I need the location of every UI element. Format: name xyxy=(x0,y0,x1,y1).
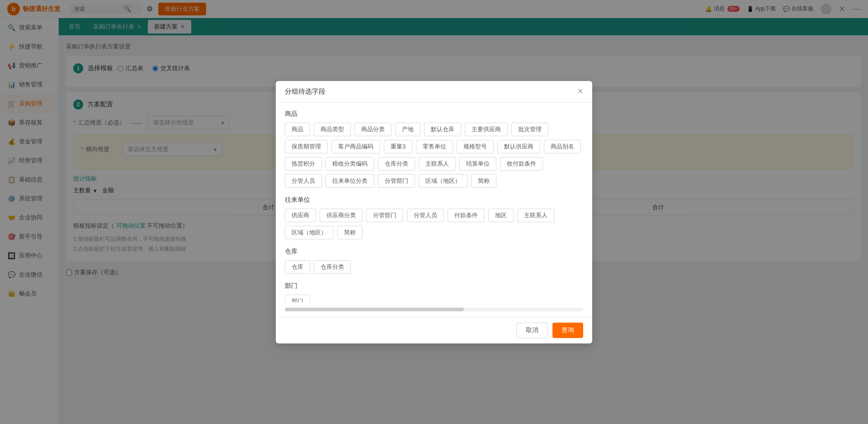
field-tag-payment-terms[interactable]: 收付款条件 xyxy=(500,157,543,171)
field-tag-picking-points[interactable]: 拣货积分 xyxy=(285,157,322,171)
field-tag-origin[interactable]: 产地 xyxy=(395,123,420,136)
field-tag-partner-person[interactable]: 分管人员 xyxy=(407,209,444,222)
section-warehouse: 仓库 仓库 仓库分类 xyxy=(285,248,583,274)
field-tag-short-name[interactable]: 简称 xyxy=(471,174,496,188)
dept-fields: 部门 xyxy=(285,295,583,302)
section-dept: 部门 部门 xyxy=(285,282,583,302)
section-goods: 商品 商品 商品类型 商品分类 产地 默认仓库 主要供应商 批次管理 保质期管理… xyxy=(285,110,583,188)
horizontal-scroll-thumb[interactable] xyxy=(285,308,464,311)
field-tag-area[interactable]: 地区 xyxy=(488,209,514,222)
field-tag-spec-model[interactable]: 规格型号 xyxy=(457,140,494,153)
field-tag-region2[interactable]: 区域（地区） xyxy=(285,226,334,239)
horizontal-scrollbar-area xyxy=(276,302,592,317)
field-tag-charge-dept[interactable]: 分管部门 xyxy=(378,174,415,188)
modal-footer: 取消 查询 xyxy=(276,317,592,343)
partner-fields: 供应商 供应商分类 分管部门 分管人员 付款条件 地区 主联系人 区域（地区） … xyxy=(285,209,583,239)
field-tag-charge-person[interactable]: 分管人员 xyxy=(285,174,322,188)
field-tag-partner-dept[interactable]: 分管部门 xyxy=(366,209,403,222)
section-warehouse-title: 仓库 xyxy=(285,248,583,256)
field-tag-default-supplier[interactable]: 默认供应商 xyxy=(497,140,540,153)
field-tag-region[interactable]: 区域（地区） xyxy=(419,174,467,188)
field-tag-warehouse-cat[interactable]: 仓库分类 xyxy=(314,260,351,274)
modal-close-button[interactable]: ✕ xyxy=(577,88,583,95)
field-tag-supplier[interactable]: 供应商 xyxy=(285,209,316,222)
field-tag-default-warehouse[interactable]: 默认仓库 xyxy=(424,123,461,136)
goods-fields: 商品 商品类型 商品分类 产地 默认仓库 主要供应商 批次管理 保质期管理 客户… xyxy=(285,123,583,188)
field-tag-main-supplier[interactable]: 主要供应商 xyxy=(465,123,508,136)
field-tag-goods[interactable]: 商品 xyxy=(285,123,310,136)
confirm-button[interactable]: 查询 xyxy=(552,323,583,338)
modal-body: 商品 商品 商品类型 商品分类 产地 默认仓库 主要供应商 批次管理 保质期管理… xyxy=(276,103,592,302)
section-partner-title: 往来单位 xyxy=(285,196,583,204)
field-tag-retail-unit[interactable]: 零售单位 xyxy=(416,140,453,153)
modal-header: 分组待选字段 ✕ xyxy=(276,81,592,103)
field-tag-batch-mgmt[interactable]: 批次管理 xyxy=(511,123,548,136)
field-tag-goods-category[interactable]: 商品分类 xyxy=(354,123,392,136)
field-tag-warehouse[interactable]: 仓库 xyxy=(285,260,310,274)
field-tag-main-contact2[interactable]: 主联系人 xyxy=(517,209,554,222)
section-dept-title: 部门 xyxy=(285,282,583,290)
field-tag-short-name2[interactable]: 简称 xyxy=(337,226,363,239)
modal-overlay: 分组待选字段 ✕ 商品 商品 商品类型 商品分类 产地 默认仓库 主要供应商 批… xyxy=(0,0,868,424)
section-goods-title: 商品 xyxy=(285,110,583,118)
field-tag-tax-code[interactable]: 税收分类编码 xyxy=(326,157,374,171)
field-tag-goods-alias[interactable]: 商品别名 xyxy=(544,140,581,153)
field-tag-main-contact[interactable]: 主联系人 xyxy=(419,157,456,171)
field-tag-customer-code[interactable]: 客户商品编码 xyxy=(331,140,380,153)
field-tag-warehouse-category[interactable]: 仓库分类 xyxy=(378,157,415,171)
field-tag-expiry-mgmt[interactable]: 保质期管理 xyxy=(285,140,328,153)
section-partner: 往来单位 供应商 供应商分类 分管部门 分管人员 付款条件 地区 主联系人 区域… xyxy=(285,196,583,239)
field-tag-payment-cond[interactable]: 付款条件 xyxy=(448,209,485,222)
field-tag-goods-type[interactable]: 商品类型 xyxy=(314,123,351,136)
horizontal-scrollbar[interactable] xyxy=(285,308,583,311)
modal-dialog: 分组待选字段 ✕ 商品 商品 商品类型 商品分类 产地 默认仓库 主要供应商 批… xyxy=(276,81,592,343)
modal-title: 分组待选字段 xyxy=(285,87,326,96)
field-tag-settlement-unit[interactable]: 结算单位 xyxy=(459,157,496,171)
field-tag-partner-category[interactable]: 往来单位分类 xyxy=(326,174,374,188)
warehouse-fields: 仓库 仓库分类 xyxy=(285,260,583,274)
field-tag-dept[interactable]: 部门 xyxy=(285,295,310,302)
field-tag-weight3[interactable]: 重量3 xyxy=(384,140,412,153)
field-tag-supplier-category[interactable]: 供应商分类 xyxy=(320,209,363,222)
cancel-button[interactable]: 取消 xyxy=(516,323,548,338)
